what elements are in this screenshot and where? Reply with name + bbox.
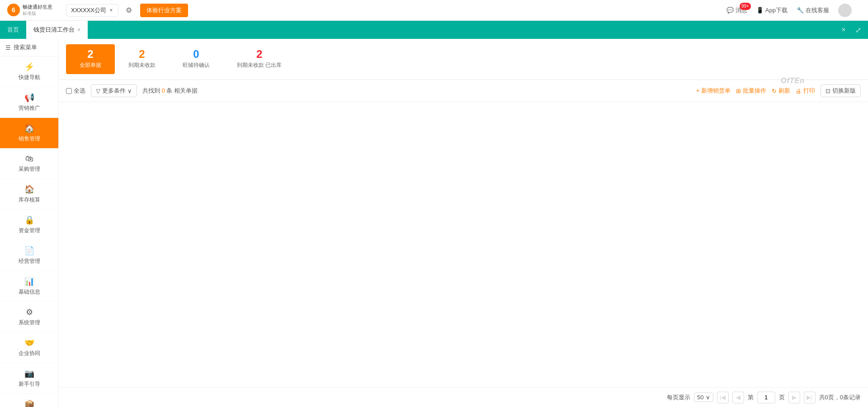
message-badge: 99+ [740, 3, 751, 10]
logo-icon: 6 [7, 4, 20, 16]
cooperation-icon: 🤝 [24, 338, 34, 348]
search-menu-label: 搜索菜单 [14, 43, 37, 51]
summary-card-unshipped[interactable]: 2 到期未收款 已出库 [223, 44, 295, 74]
sidebar-item-cooperation[interactable]: 🤝 企业协同 [0, 332, 58, 363]
summary-card-overdue[interactable]: 2 到期未收款 [115, 44, 169, 74]
sidebar-item-label: 新手引导 [19, 380, 40, 388]
avatar[interactable] [838, 4, 852, 17]
refresh-btn[interactable]: ↻ 刷新 [772, 87, 790, 95]
toolbar: 全选 ▽ 更多条件 ∨ 共找到 0 条 相关单据 + 新增销货单 ⊞ 批量操作 [59, 80, 868, 102]
sidebar-item-label: 系统管理 [19, 319, 40, 327]
tab-workbench-label: 钱货日清工作台 [33, 26, 75, 34]
app-download-btn[interactable]: 📱 App下载 [756, 6, 788, 14]
watermark-text: OfTEn [781, 77, 805, 85]
sidebar-item-inventory[interactable]: 🏠 库存核算 [0, 179, 58, 210]
sidebar-item-operations[interactable]: 📄 经营管理 [0, 240, 58, 271]
card-all-number: 2 [87, 48, 93, 61]
online-service-label: 在线客服 [806, 6, 829, 14]
top-header: 6 畅捷通好生意 标准版 XXXXXX公司 ▼ ⚙ 体验行业方案 💬 消息 99… [0, 0, 868, 21]
card-overdue-number: 2 [139, 48, 145, 61]
sidebar-item-label: 资金管理 [19, 227, 40, 234]
header-right: 💬 消息 99+ 📱 App下载 🔧 在线客服 [726, 4, 861, 17]
app-center-icon: 📦 [24, 399, 34, 407]
page-unit: 页 [779, 393, 785, 402]
sidebar-item-label: 快捷导航 [19, 74, 40, 81]
sidebar-item-app-center[interactable]: 📦 应用中心 [0, 394, 58, 407]
sidebar-item-label: 企业协同 [19, 350, 40, 357]
toolbar-right: + 新增销货单 ⊞ 批量操作 ↻ 刷新 🖨 打印 ⊡ 切换新版 [696, 84, 861, 97]
tab-close-icon[interactable]: × [77, 27, 80, 33]
online-service-btn[interactable]: 🔧 在线客服 [797, 6, 829, 14]
marketing-icon: 📢 [24, 93, 34, 103]
tab-expand-btn[interactable]: ⤢ [852, 23, 864, 36]
sidebar-item-label: 销售管理 [19, 135, 40, 143]
finance-icon: 🔒 [24, 215, 34, 225]
main-layout: ☰ 搜索菜单 ⚡ 快捷导航 📢 营销推广 🏠 销售管理 🛍 采购管理 🏠 库存核… [0, 39, 868, 407]
tab-bar-actions: × ⤢ [837, 23, 868, 36]
batch-ops-btn[interactable]: ⊞ 批量操作 [736, 87, 766, 95]
tab-workbench[interactable]: 钱货日清工作台 × [26, 21, 88, 39]
company-selector[interactable]: XXXXXX公司 ▼ [66, 4, 118, 17]
card-all-label: 全部单据 [80, 61, 101, 69]
page-input[interactable] [757, 392, 775, 403]
filter-dropdown-icon: ∨ [127, 88, 132, 94]
tab-home[interactable]: 首页 [0, 21, 26, 39]
next-page-btn[interactable]: ▶ [788, 392, 800, 403]
tab-close-btn[interactable]: × [837, 23, 850, 36]
message-btn[interactable]: 💬 消息 99+ [726, 6, 747, 14]
search-menu[interactable]: ☰ 搜索菜单 [0, 39, 58, 56]
more-filter-btn[interactable]: ▽ 更多条件 ∨ [91, 84, 137, 97]
table-area [59, 102, 868, 387]
sidebar-item-marketing[interactable]: 📢 营销推广 [0, 87, 58, 118]
filter-icon: ▽ [96, 88, 100, 94]
print-icon: 🖨 [796, 88, 802, 94]
found-unit: 条 [166, 87, 172, 94]
guide-icon: 📷 [24, 369, 34, 379]
sidebar-item-sales[interactable]: 🏠 销售管理 [0, 118, 58, 149]
sidebar-item-label: 采购管理 [19, 165, 40, 173]
summary-card-all[interactable]: 2 全部单据 [66, 44, 115, 74]
prev-page-btn[interactable]: ◀ [732, 392, 744, 403]
company-name: XXXXXX公司 [71, 6, 106, 14]
summary-cards: 2 全部单据 2 到期未收款 0 旺辅待确认 2 到期未收款 已出库 [59, 39, 868, 80]
logo-text: 畅捷通好生意 标准版 [23, 4, 52, 16]
sidebar-item-finance[interactable]: 🔒 资金管理 [0, 210, 58, 240]
refresh-icon: ↻ [772, 88, 777, 94]
tab-home-label: 首页 [7, 26, 19, 34]
system-icon: ⚙ [26, 307, 33, 317]
service-icon: 🔧 [797, 7, 804, 14]
tab-bar: 首页 钱货日清工作台 × × ⤢ [0, 21, 868, 39]
found-count: 0 [162, 87, 165, 94]
sidebar-item-quick-nav[interactable]: ⚡ 快捷导航 [0, 56, 58, 87]
sidebar-item-guide[interactable]: 📷 新手引导 [0, 363, 58, 394]
settings-icon[interactable]: ⚙ [122, 4, 136, 17]
new-sales-btn[interactable]: + 新增销货单 [696, 87, 731, 95]
experience-btn[interactable]: 体验行业方案 [140, 4, 188, 17]
card-pending-number: 0 [193, 48, 199, 61]
company-dropdown-icon: ▼ [109, 8, 113, 13]
summary-card-pending[interactable]: 0 旺辅待确认 [169, 44, 223, 74]
print-label: 打印 [803, 87, 815, 95]
batch-ops-icon: ⊞ [736, 88, 741, 94]
first-page-btn[interactable]: |◀ [717, 392, 729, 403]
related-orders: 相关单据 [174, 87, 198, 94]
switch-version-btn[interactable]: ⊡ 切换新版 [821, 84, 861, 97]
sidebar-item-basic-info[interactable]: 📊 基础信息 [0, 271, 58, 302]
select-all-checkbox[interactable]: 全选 [66, 87, 85, 95]
page-size-select[interactable]: 50 ∨ [694, 393, 713, 402]
quick-nav-icon: ⚡ [24, 62, 34, 72]
sidebar-item-label: 库存核算 [19, 196, 40, 204]
card-overdue-label: 到期未收款 [128, 61, 156, 69]
print-btn[interactable]: 🖨 打印 [796, 87, 815, 95]
last-page-btn[interactable]: ▶| [804, 392, 816, 403]
more-filter-label: 更多条件 [102, 87, 126, 95]
sidebar-item-system[interactable]: ⚙ 系统管理 [0, 302, 58, 332]
content-area: 2 全部单据 2 到期未收款 0 旺辅待确认 2 到期未收款 已出库 全选 [59, 39, 868, 407]
app-download-label: App下载 [765, 6, 788, 14]
download-icon: 📱 [756, 7, 764, 14]
page-label: 第 [748, 393, 754, 402]
sidebar-item-purchase[interactable]: 🛍 采购管理 [0, 149, 58, 179]
select-all-input[interactable] [66, 88, 72, 94]
select-all-label: 全选 [74, 87, 85, 95]
card-unshipped-label: 到期未收款 已出库 [237, 61, 282, 69]
